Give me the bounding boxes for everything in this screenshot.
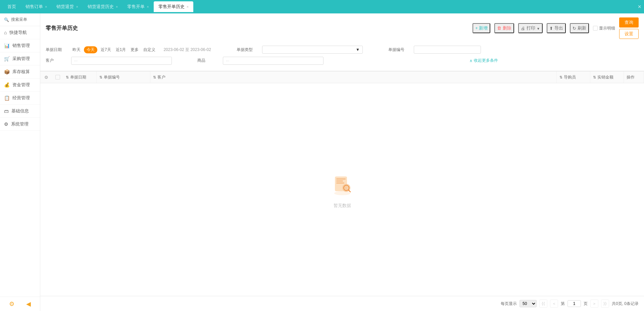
tab-bar-right: × [638,3,641,10]
collapse-btn-container: ∧ 收起更多条件 [329,56,639,65]
display-detail-check[interactable] [593,26,598,31]
gear-icon: ⚙ [4,121,8,127]
tab-retail-open-label: 零售开单 [127,4,145,10]
export-button[interactable]: ⬆ 导出 [547,23,566,33]
main-layout: 🔍 搜索采单 ⌂ 快捷导航 📊 销售管理 🛒 采购管理 📦 库存核算 💰 资金管… [0,13,644,311]
box-icon: 📦 [4,69,10,74]
per-page-select[interactable]: 50 10 20 100 [519,300,537,307]
next-page-btn[interactable]: ＞ [590,300,598,308]
sidebar-item-sales-mgmt[interactable]: 📊 销售管理 [0,39,40,52]
sidebar-item-purchase-mgmt[interactable]: 🛒 采购管理 [0,52,40,65]
sidebar-item-basic-info-label: 基础信息 [11,108,29,114]
tab-retail-open-history-close[interactable]: × [187,5,189,9]
sidebar-item-system-label: 系统管理 [11,121,29,127]
filter-area: 单据日期 昨天 今天 近7天 近1月 更多 自定义 2023-06-02 至 2… [46,43,639,71]
sidebar-item-operations-label: 经营管理 [12,95,30,101]
folder-icon: 🗃 [4,108,9,114]
empty-text: 暂无数据 [334,203,351,209]
tab-bar: 首页 销售订单 × 销货退货 × 销货退货历史 × 零售开单 × 零售开单历史 … [0,0,644,13]
table-settings-icon[interactable]: ⚙ [40,75,52,80]
current-page-input[interactable]: 1 [567,300,581,307]
search-icon: 🔍 [4,17,9,22]
select-all-checkbox[interactable] [55,75,60,80]
sidebar-item-operations[interactable]: 📋 经营管理 [0,92,40,105]
more-btn[interactable]: 更多 [129,46,140,53]
svg-rect-2 [336,178,346,179]
empty-state: 暂无数据 [40,83,644,296]
collapse-sidebar-icon[interactable]: ◀ [26,300,31,308]
tab-sales-return-close[interactable]: × [76,5,78,9]
page-header: 零售开单历史 + 新增 🗑 删除 🖨 打印 ⬆ 导出 ↻ [40,13,644,71]
prev-page-btn[interactable]: ＜ [550,300,558,308]
settings-button[interactable]: 设置 [619,29,639,39]
print-icon: 🖨 [521,26,525,31]
clipboard-icon: 📋 [4,95,10,101]
print-button[interactable]: 🖨 打印 [518,23,543,33]
th-number[interactable]: 单据编号 [97,71,150,83]
last-page-btn[interactable]: ⟩⟩ [601,300,609,308]
tab-sales-order-close[interactable]: × [45,5,47,9]
tab-retail-open[interactable]: 零售开单 × [122,1,153,12]
th-customer-label: 客户 [157,74,165,80]
customer-input[interactable]: ··· [71,57,172,65]
table-select-all[interactable] [52,75,63,80]
customer-label: 客户 [46,58,66,63]
doc-type-select[interactable]: ▼ [262,46,363,54]
refresh-button[interactable]: ↻ 刷新 [570,23,589,33]
goods-input[interactable]: ··· [223,57,324,65]
pagination: 每页显示 50 10 20 100 ⟨⟨ ＜ 第 1 页 ＞ ⟩⟩ 共0页, 0… [40,296,644,311]
custom-btn[interactable]: 自定义 [142,46,157,53]
svg-rect-3 [336,180,343,182]
query-button[interactable]: 查询 [619,17,639,28]
last7days-btn[interactable]: 近7天 [99,46,112,53]
sidebar-item-system[interactable]: ⚙ 系统管理 [0,118,40,131]
sidebar: 🔍 搜索采单 ⌂ 快捷导航 📊 销售管理 🛒 采购管理 📦 库存核算 💰 资金管… [0,13,40,311]
th-date[interactable]: 单据日期 [63,71,97,83]
last1month-btn[interactable]: 近1月 [114,46,128,53]
empty-illustration [329,170,356,197]
th-amount-label: 实销金额 [597,74,613,80]
th-guide-label: 导购员 [564,74,576,80]
date-range-display: 2023-06-02 至 2023-06-02 [163,47,211,53]
sidebar-item-finance[interactable]: 💰 资金管理 [0,79,40,92]
first-page-btn[interactable]: ⟨⟨ [539,300,547,308]
collapse-more-conditions-btn[interactable]: ∧ 收起更多条件 [469,56,498,65]
print-label: 打印 [527,25,535,31]
window-close-button[interactable]: × [638,3,641,10]
svg-rect-4 [336,183,344,184]
tab-sales-return-history-close[interactable]: × [116,5,118,9]
settings-bottom-icon[interactable]: ⚙ [9,300,14,308]
th-amount[interactable]: 实销金额 [590,71,624,83]
add-button[interactable]: + 新增 [473,23,490,33]
refresh-icon: ↻ [573,26,576,31]
tab-sales-return-history[interactable]: 销货退货历史 × [83,1,122,12]
tab-sales-return-history-label: 销货退货历史 [88,4,114,10]
sidebar-item-quick-nav[interactable]: ⌂ 快捷导航 [0,26,40,39]
total-label: 共0页, 0条记录 [612,301,639,307]
filter-date-group: 昨天 今天 近7天 近1月 更多 自定义 [71,46,157,53]
sidebar-search-label: 搜索采单 [11,17,27,22]
tab-sales-return[interactable]: 销货退货 × [52,1,83,12]
tab-home[interactable]: 首页 [3,1,21,12]
home-icon: ⌂ [4,30,7,35]
today-btn[interactable]: 今天 [84,46,97,53]
yesterday-btn[interactable]: 昨天 [71,46,82,53]
sidebar-item-basic-info[interactable]: 🗃 基础信息 [0,105,40,118]
collapse-label: 收起更多条件 [474,58,498,63]
sidebar-search[interactable]: 🔍 搜索采单 [0,13,40,26]
tab-retail-open-history[interactable]: 零售开单历史 × [154,1,193,12]
display-detail-checkbox[interactable]: 显示明细 [593,25,615,31]
sidebar-item-purchase-mgmt-label: 采购管理 [12,56,30,62]
tab-sales-order[interactable]: 销售订单 × [21,1,52,12]
export-label: 导出 [554,25,563,31]
th-guide[interactable]: 导购员 [557,71,590,83]
query-settings-group: 查询 设置 [619,17,639,39]
tab-retail-open-close[interactable]: × [147,5,149,9]
page-label-post: 页 [584,301,588,307]
doc-number-input[interactable] [414,46,481,54]
goods-dots-icon: ··· [226,58,229,63]
filter-row-2: 客户 ··· 商品 ··· ∧ 收起更多条件 [46,56,639,65]
th-customer[interactable]: 客户 [150,71,557,83]
delete-button[interactable]: 🗑 删除 [494,23,514,33]
sidebar-item-inventory[interactable]: 📦 库存核算 [0,65,40,79]
